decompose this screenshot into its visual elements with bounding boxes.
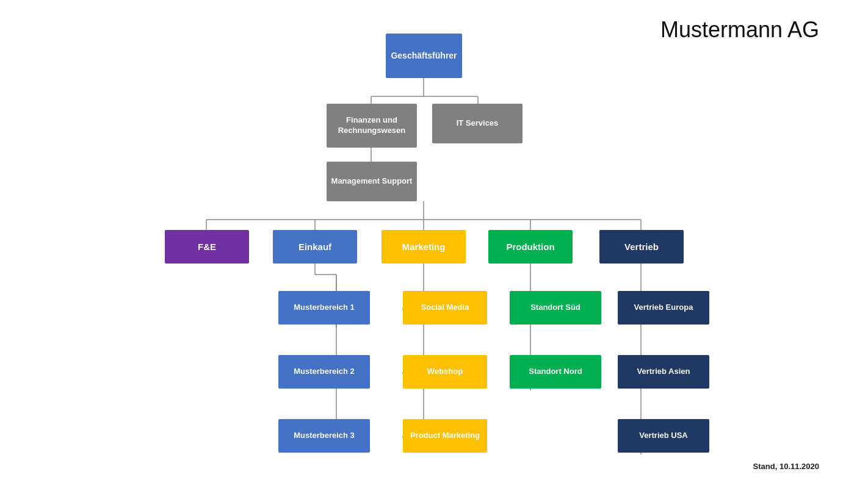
org-chart: Mustermann AG Stand, 10.11.2020 Geschäft… bbox=[0, 0, 868, 488]
box-product-marketing: Product Marketing bbox=[403, 419, 487, 453]
box-webshop: Webshop bbox=[403, 355, 487, 389]
box-standort-nord: Standort Nord bbox=[510, 355, 601, 389]
box-management-support: Management Support bbox=[327, 162, 417, 201]
box-fne: F&E bbox=[165, 230, 249, 264]
box-vertrieb-usa: Vertrieb USA bbox=[618, 419, 709, 453]
box-musterbereich3: Musterbereich 3 bbox=[278, 419, 370, 453]
page-title: Mustermann AG bbox=[660, 17, 819, 43]
box-finanzen: Finanzen und Rechnungswesen bbox=[327, 104, 417, 148]
box-it-services: IT Services bbox=[432, 104, 523, 143]
box-musterbereich2: Musterbereich 2 bbox=[278, 355, 370, 389]
box-marketing: Marketing bbox=[382, 230, 466, 264]
box-standort-sued: Standort Süd bbox=[510, 291, 601, 325]
box-vertrieb: Vertrieb bbox=[599, 230, 684, 264]
box-vertrieb-asien: Vertrieb Asien bbox=[618, 355, 709, 389]
box-einkauf: Einkauf bbox=[273, 230, 357, 264]
box-musterbereich1: Musterbereich 1 bbox=[278, 291, 370, 325]
box-produktion: Produktion bbox=[488, 230, 573, 264]
box-geschaeftsfuehrer: Geschäftsführer bbox=[386, 34, 462, 78]
box-vertrieb-europa: Vertrieb Europa bbox=[618, 291, 709, 325]
stand-text: Stand, 10.11.2020 bbox=[753, 462, 819, 471]
box-social-media: Social Media bbox=[403, 291, 487, 325]
